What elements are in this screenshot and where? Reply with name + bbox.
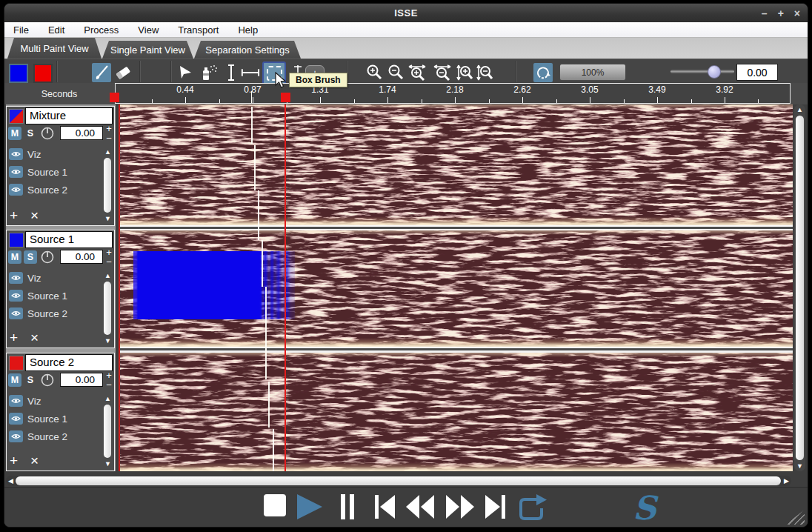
remove-layer-button[interactable]: ×: [30, 453, 39, 469]
gain-knob[interactable]: [41, 373, 54, 390]
visibility-eye-icon[interactable]: [9, 413, 23, 425]
skip-to-end-button[interactable]: [485, 493, 507, 520]
menu-item-help[interactable]: Help: [238, 24, 258, 36]
time-range-tool[interactable]: [241, 63, 260, 82]
add-layer-button[interactable]: +: [10, 330, 18, 346]
gain-field[interactable]: 0.00: [60, 126, 103, 140]
track-name-field[interactable]: Source 2: [25, 354, 113, 371]
solo-button[interactable]: S: [24, 250, 37, 264]
visibility-eye-icon[interactable]: [9, 272, 23, 284]
zoom-in-horizontal-tool[interactable]: [407, 63, 429, 82]
zoom-out-vertical-tool[interactable]: [475, 63, 494, 82]
visibility-eye-icon[interactable]: [9, 430, 23, 442]
solo-button[interactable]: S: [24, 373, 37, 387]
menu-item-transport[interactable]: Transport: [178, 24, 219, 36]
scroll-up-icon[interactable]: ▲: [103, 148, 113, 156]
gain-knob[interactable]: [41, 250, 54, 267]
tab-separation-settings[interactable]: Separation Settings: [194, 41, 301, 59]
zoom-level-select[interactable]: 100%: [559, 64, 626, 81]
add-layer-button[interactable]: +: [10, 453, 18, 469]
pause-button[interactable]: [339, 493, 356, 520]
titlebar[interactable]: ISSE – + ×: [4, 4, 808, 22]
spectrogram-mixture[interactable]: [119, 104, 793, 225]
zoom-in-tool[interactable]: [365, 63, 384, 82]
loop-start-marker[interactable]: [110, 93, 119, 102]
track-name-field[interactable]: Mixture: [25, 107, 113, 124]
layer-row[interactable]: Viz: [7, 147, 101, 164]
paint-color-blue-swatch[interactable]: [9, 64, 28, 83]
maximize-button[interactable]: +: [778, 8, 784, 19]
playhead-marker[interactable]: [281, 93, 290, 102]
play-button[interactable]: [296, 493, 324, 520]
layer-row[interactable]: Source 2: [7, 429, 101, 447]
paint-color-red-swatch[interactable]: [33, 64, 53, 83]
layer-row[interactable]: Source 2: [7, 306, 101, 324]
track-color-swatch[interactable]: [9, 233, 24, 247]
menu-item-file[interactable]: File: [13, 24, 29, 36]
menu-item-view[interactable]: View: [138, 24, 159, 36]
close-button[interactable]: ×: [794, 8, 800, 19]
track-color-swatch[interactable]: [9, 109, 24, 124]
airbrush-tool[interactable]: [199, 63, 218, 82]
remove-layer-button[interactable]: ×: [30, 207, 39, 224]
vertical-scrollbar[interactable]: ▲ ▼: [794, 104, 805, 471]
gain-field[interactable]: 0.00: [60, 250, 103, 264]
paint-brush-tool[interactable]: [92, 63, 111, 82]
mute-button[interactable]: M: [8, 373, 21, 387]
scroll-right-icon[interactable]: ▶: [784, 476, 789, 486]
visibility-eye-icon[interactable]: [9, 307, 23, 319]
layer-row[interactable]: Viz: [7, 270, 101, 288]
scrollbar-thumb[interactable]: [104, 405, 111, 458]
slider-knob[interactable]: [708, 65, 721, 79]
gain-decrement[interactable]: −: [104, 258, 113, 267]
remove-layer-button[interactable]: ×: [30, 330, 39, 346]
menu-item-process[interactable]: Process: [84, 24, 119, 36]
spectrogram-source-2[interactable]: [119, 353, 793, 471]
layer-row[interactable]: Source 1: [7, 411, 101, 429]
mute-button[interactable]: M: [8, 127, 21, 140]
minimize-button[interactable]: –: [762, 8, 768, 19]
fast-forward-button[interactable]: [445, 493, 476, 520]
time-ruler[interactable]: 0.440.871.311.742.182.623.053.493.92: [115, 83, 791, 104]
gain-decrement[interactable]: −: [104, 381, 113, 390]
erase-brush-tool[interactable]: [113, 63, 133, 82]
tab-multi-paint-view[interactable]: Multi Paint View: [7, 38, 102, 59]
rewind-button[interactable]: [405, 493, 436, 520]
gain-decrement[interactable]: −: [104, 134, 113, 143]
loop-toggle-button[interactable]: [533, 63, 553, 82]
tab-single-paint-view[interactable]: Single Paint View: [102, 41, 193, 59]
horizontal-scrollbar[interactable]: ◀ ▶: [6, 476, 791, 486]
gain-field[interactable]: 0.00: [60, 373, 103, 387]
visibility-eye-icon[interactable]: [9, 290, 23, 302]
scrollbar-thumb[interactable]: [104, 282, 111, 335]
scroll-left-icon[interactable]: ◀: [8, 476, 13, 486]
scrollbar-thumb[interactable]: [16, 476, 781, 485]
value-field[interactable]: 0.00: [736, 64, 778, 81]
scrollbar-thumb[interactable]: [796, 116, 804, 460]
ibeam-tool[interactable]: [222, 63, 241, 82]
layer-row[interactable]: Viz: [7, 393, 101, 411]
zoom-out-horizontal-tool[interactable]: [432, 63, 454, 82]
layer-row[interactable]: Source 2: [7, 182, 101, 200]
solo-button[interactable]: S: [24, 127, 37, 140]
add-layer-button[interactable]: +: [10, 207, 18, 224]
visibility-eye-icon[interactable]: [9, 395, 23, 407]
pointer-tool[interactable]: [176, 63, 195, 82]
volume-slider[interactable]: [670, 70, 734, 73]
layer-row[interactable]: Source 1: [7, 164, 101, 182]
scrollbar-thumb[interactable]: [104, 158, 111, 213]
visibility-eye-icon[interactable]: [9, 166, 23, 178]
loop-playback-button[interactable]: [517, 493, 548, 522]
scroll-down-icon[interactable]: ▼: [794, 462, 805, 470]
skip-to-start-button[interactable]: [373, 493, 396, 520]
resize-grip[interactable]: [785, 510, 805, 525]
visibility-eye-icon[interactable]: [9, 184, 23, 196]
menu-item-edit[interactable]: Edit: [48, 24, 64, 36]
scroll-up-icon[interactable]: ▲: [794, 106, 805, 113]
layer-row[interactable]: Source 1: [7, 288, 101, 306]
track-name-field[interactable]: Source 1: [25, 231, 113, 248]
playhead-line[interactable]: [284, 104, 286, 471]
zoom-out-tool[interactable]: [386, 63, 405, 82]
stop-button[interactable]: [263, 493, 287, 517]
scroll-up-icon[interactable]: ▲: [103, 272, 113, 279]
